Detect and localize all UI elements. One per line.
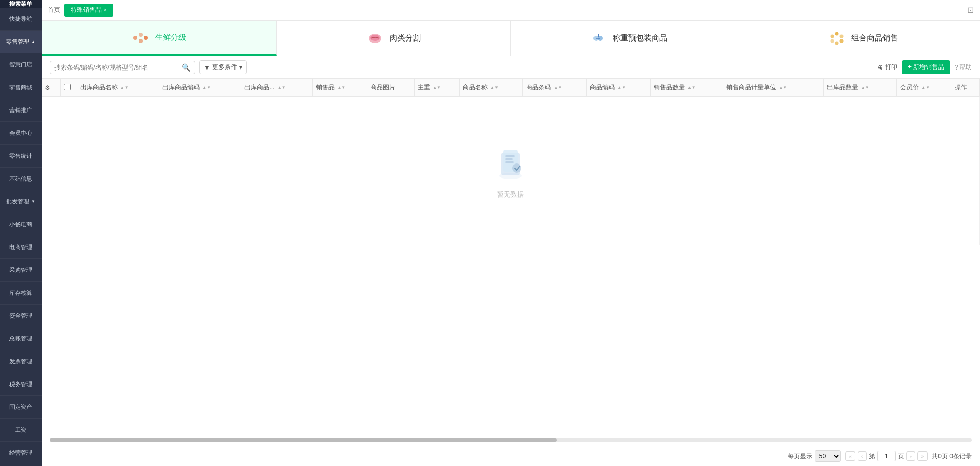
th-weight[interactable]: 主重 ▲▼	[414, 79, 459, 97]
sidebar-item-purchase-mgmt[interactable]: 采购管理	[0, 259, 42, 282]
sidebar-logo[interactable]: 搜索菜单	[0, 0, 42, 8]
sort-arrows-icon: ▲▼	[861, 85, 869, 90]
sidebar-item-retail-stats[interactable]: 零售统计	[0, 145, 42, 168]
svg-point-13	[831, 39, 834, 43]
th-product-image[interactable]: 商品图片	[367, 79, 414, 97]
category-tabs: 生鲜分级 肉类分割 称重预包装商品	[42, 21, 980, 56]
search-icon[interactable]: 🔍	[182, 63, 190, 72]
fresh-grade-icon	[131, 29, 150, 47]
sidebar-item-sales-promo[interactable]: 营销推广	[0, 99, 42, 122]
weight-pack-icon	[589, 29, 608, 48]
search-input-wrap[interactable]: 🔍	[50, 61, 195, 74]
toggle-icon[interactable]: ⊡	[967, 5, 974, 15]
sidebar-item-label: 会员中心	[9, 129, 32, 137]
sidebar-item-label: 零售统计	[9, 152, 32, 160]
sidebar-item-salary[interactable]: 工资	[0, 419, 42, 442]
sidebar-item-fixed-assets[interactable]: 固定资产	[0, 396, 42, 419]
th-product-name[interactable]: 商品名称 ▲▼	[459, 79, 523, 97]
add-sales-product-button[interactable]: + 新增销售品	[902, 60, 950, 74]
sidebar-item-quick-nav[interactable]: 快捷导航	[0, 8, 42, 31]
sort-arrows-icon: ▲▼	[278, 85, 286, 90]
chevron-down-icon: ▼	[31, 199, 35, 204]
sidebar-item-finance[interactable]: 资金管理	[0, 305, 42, 327]
horizontal-scrollbar[interactable]	[50, 438, 972, 442]
sidebar-item-retail-mgmt[interactable]: 零售管理 ▲	[0, 31, 42, 53]
svg-rect-21	[505, 161, 514, 163]
sidebar-item-retail-mall[interactable]: 零售商城	[0, 76, 42, 99]
th-settings[interactable]: ⚙	[42, 79, 60, 97]
prev-page-button[interactable]: ‹	[858, 451, 867, 461]
close-tab-icon[interactable]: ×	[104, 7, 107, 13]
help-icon: ?	[955, 64, 958, 71]
sidebar-item-label: 快捷导航	[9, 15, 32, 23]
sidebar-item-label: 零售管理	[6, 38, 29, 46]
sidebar-item-member-center[interactable]: 会员中心	[0, 122, 42, 145]
cat-tab-fresh-grade[interactable]: 生鲜分级	[42, 21, 277, 56]
sidebar-item-mini-ecom[interactable]: 小畅电商	[0, 213, 42, 236]
cat-tab-combo-sales[interactable]: 组合商品销售	[746, 21, 981, 56]
main-content: 首页 特殊销售品 × ⊡ 生鲜分级	[42, 0, 980, 466]
home-link[interactable]: 首页	[48, 6, 60, 15]
cat-tab-meat-cut[interactable]: 肉类分割	[277, 21, 512, 56]
last-page-button[interactable]: »	[917, 451, 928, 461]
sidebar-item-inventory[interactable]: 库存核算	[0, 282, 42, 305]
cat-tab-weight-pack[interactable]: 称重预包装商品	[511, 21, 746, 56]
next-page-button[interactable]: ›	[906, 451, 916, 461]
svg-point-14	[840, 39, 844, 43]
page-number-input[interactable]	[877, 451, 896, 461]
cat-tab-label: 组合商品销售	[851, 33, 898, 43]
th-out-product-name[interactable]: 出库商品名称 ▲▼	[77, 79, 159, 97]
search-input[interactable]	[54, 64, 182, 71]
th-sales-product[interactable]: 销售品 ▲▼	[313, 79, 367, 97]
help-button[interactable]: ? 帮助	[955, 63, 972, 72]
select-all-checkbox[interactable]	[64, 84, 71, 90]
svg-point-0	[133, 36, 137, 40]
page-nav: « ‹ 第 页 › »	[845, 451, 928, 461]
first-page-button[interactable]: «	[845, 451, 855, 461]
th-out-qty[interactable]: 出库品数量 ▲▼	[824, 79, 897, 97]
sidebar-item-basic-info[interactable]: 基础信息	[0, 168, 42, 190]
empty-state: 暂无数据	[45, 101, 976, 241]
meat-cut-icon	[366, 29, 384, 48]
sidebar-item-label: 基础信息	[9, 175, 32, 183]
sidebar-item-label: 智慧门店	[9, 61, 32, 68]
sidebar-item-general-ledger[interactable]: 总账管理	[0, 327, 42, 350]
data-table: ⚙ 出库商品名称 ▲▼ 出库商品编码 ▲▼ 出库商品... ▲▼	[42, 79, 980, 245]
topbar: 首页 特殊销售品 × ⊡	[42, 0, 980, 21]
sidebar-item-label: 经营管理	[9, 449, 32, 457]
sidebar-item-tax[interactable]: 税务管理	[0, 373, 42, 396]
sidebar-item-label: 工资	[15, 426, 26, 434]
page-size-selector: 每页显示 10 20 50 100	[788, 450, 841, 462]
sidebar-item-ops-mgmt[interactable]: 经营管理	[0, 442, 42, 464]
add-label: + 新增销售品	[908, 63, 944, 72]
th-product-barcode[interactable]: 商品条码 ▲▼	[523, 79, 587, 97]
svg-point-3	[139, 39, 143, 43]
sidebar-item-ecom-mgmt[interactable]: 电商管理	[0, 236, 42, 259]
sidebar-item-invoice[interactable]: 发票管理	[0, 350, 42, 373]
th-member-price[interactable]: 会员价 ▲▼	[896, 79, 951, 97]
table-container: ⚙ 出库商品名称 ▲▼ 出库商品编码 ▲▼ 出库商品... ▲▼	[42, 79, 980, 434]
th-sales-unit[interactable]: 销售商品计量单位 ▲▼	[723, 79, 824, 97]
svg-rect-19	[505, 155, 515, 157]
sidebar-item-label: 批发管理	[6, 198, 29, 205]
th-product-code[interactable]: 商品编码 ▲▼	[586, 79, 650, 97]
page-size-label: 每页显示	[788, 452, 812, 461]
sidebar-item-smart-store[interactable]: 智慧门店	[0, 53, 42, 76]
sort-arrows-icon: ▲▼	[120, 85, 129, 90]
th-checkbox[interactable]	[60, 79, 77, 97]
print-button[interactable]: 🖨 打印	[877, 63, 898, 72]
sidebar-item-batch-mgmt[interactable]: 批发管理 ▼	[0, 190, 42, 213]
filter-button[interactable]: ▼ 更多条件 ▾	[199, 60, 247, 74]
help-label: 帮助	[959, 63, 972, 72]
th-sales-qty[interactable]: 销售品数量 ▲▼	[650, 79, 723, 97]
cat-tab-label: 称重预包装商品	[613, 33, 667, 43]
th-out-product-code[interactable]: 出库商品编码 ▲▼	[159, 79, 241, 97]
th-out-product-x[interactable]: 出库商品... ▲▼	[241, 79, 313, 97]
sidebar-item-label: 固定资产	[9, 403, 32, 411]
page-size-select[interactable]: 10 20 50 100	[815, 450, 841, 462]
page-label: 第	[869, 452, 875, 461]
sort-arrows-icon: ▲▼	[433, 85, 441, 90]
sidebar-item-label: 库存核算	[9, 289, 32, 297]
active-tab[interactable]: 特殊销售品 ×	[64, 4, 113, 17]
chevron-down-icon: ▲	[31, 39, 35, 44]
